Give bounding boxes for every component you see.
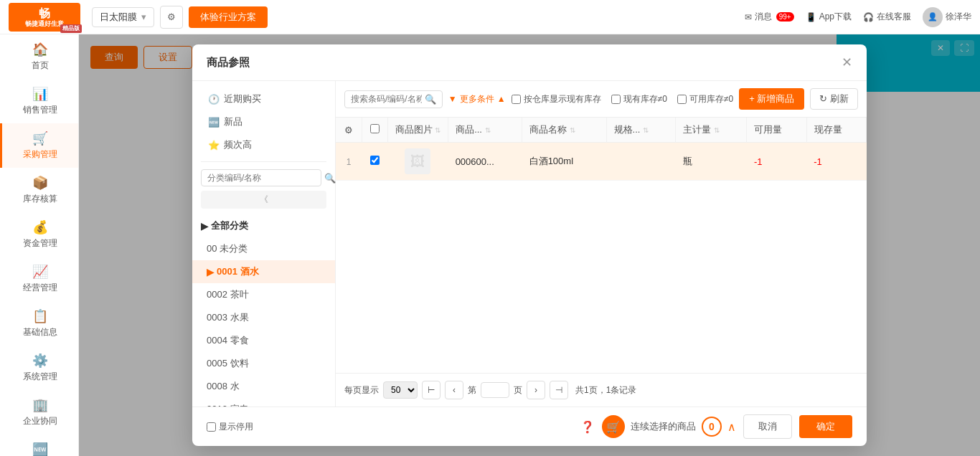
category-item-0010[interactable]: 0010 家电 bbox=[192, 398, 335, 407]
dropdown-arrow-icon: ▾ bbox=[141, 11, 146, 22]
per-page-select[interactable]: 50 bbox=[383, 381, 418, 399]
category-label-0005: 0005 饮料 bbox=[207, 357, 249, 370]
category-list: ▶ 全部分类 00 未分类 ▶ 0001 酒水 0002 茶 bbox=[192, 212, 335, 407]
show-disabled-label[interactable]: 显示停用 bbox=[207, 421, 253, 433]
category-label-0001: 0001 酒水 bbox=[217, 265, 259, 278]
help-icon[interactable]: ❓ bbox=[580, 420, 595, 434]
page-label: 第 bbox=[468, 384, 476, 396]
settings-button[interactable]: ⚙ bbox=[160, 6, 183, 29]
table-row[interactable]: 1 🖼 bbox=[336, 143, 867, 181]
modal-body: 🕐 近期购买 🆕 新品 ⭐ 频次高 bbox=[192, 81, 867, 407]
page-last-button[interactable]: ⊣ bbox=[550, 381, 568, 399]
checkbox-warehouse-label[interactable]: 按仓库显示现有库存 bbox=[512, 93, 601, 105]
recent-icon: 🕐 bbox=[208, 94, 220, 105]
sidebar-label-home: 首页 bbox=[32, 60, 49, 72]
message-button[interactable]: ✉ 消息 99+ bbox=[745, 11, 794, 23]
product-available: -1 bbox=[754, 156, 763, 167]
checkbox-warehouse[interactable] bbox=[512, 95, 521, 104]
col-name: 商品名称 ⇅ bbox=[522, 118, 606, 143]
sidebar-item-finance[interactable]: 💰 资金管理 bbox=[0, 212, 78, 257]
checkbox-stock[interactable] bbox=[611, 95, 621, 104]
modal-footer: 显示停用 ❓ 🛒 连续选择的商品 0 ∧ 取消 确定 bbox=[192, 407, 867, 446]
basic-icon: 📋 bbox=[32, 308, 48, 324]
user-menu[interactable]: 👤 徐泽华 bbox=[923, 7, 971, 27]
category-item-0002[interactable]: 0002 茶叶 bbox=[192, 283, 335, 306]
confirm-button[interactable]: 确定 bbox=[799, 415, 852, 438]
sales-icon: 📊 bbox=[32, 86, 48, 102]
company-selector[interactable]: 日太阳膜 ▾ bbox=[92, 7, 154, 27]
checkbox-available[interactable] bbox=[677, 95, 687, 104]
tab-recent-purchase[interactable]: 🕐 近期购买 bbox=[201, 88, 326, 110]
trial-button[interactable]: 体验行业方案 bbox=[189, 6, 268, 28]
operation-icon: 📈 bbox=[32, 264, 48, 280]
sidebar-item-basic[interactable]: 📋 基础信息 bbox=[0, 301, 78, 346]
checkbox-stock-label[interactable]: 现有库存≠0 bbox=[611, 93, 667, 105]
modal-close-button[interactable]: ✕ bbox=[842, 54, 852, 70]
service-button[interactable]: 🎧 在线客服 bbox=[863, 11, 911, 23]
collapse-button[interactable]: 《 bbox=[201, 191, 326, 209]
filter-button[interactable]: ▼ 更多条件 ▲ bbox=[448, 93, 506, 105]
sidebar-item-operation[interactable]: 📈 经营管理 bbox=[0, 257, 78, 301]
category-item-0003[interactable]: 0003 水果 bbox=[192, 306, 335, 329]
company-name: 日太阳膜 bbox=[100, 11, 137, 24]
expand-arrow-all: ▶ bbox=[201, 221, 208, 232]
row-check-cell bbox=[362, 143, 387, 181]
right-panel: 🔍 ▼ 更多条件 ▲ 按仓库显示现有库存 bbox=[336, 81, 867, 407]
refresh-button[interactable]: ↻ 刷新 bbox=[810, 88, 858, 110]
page-first-button[interactable]: ⊢ bbox=[422, 381, 440, 399]
row-code-cell: 000600... bbox=[448, 143, 522, 181]
sidebar-item-system[interactable]: ⚙️ 系统管理 bbox=[0, 346, 78, 390]
category-item-0008[interactable]: 0008 水 bbox=[192, 375, 335, 398]
freq-label: 频次高 bbox=[224, 138, 252, 151]
page-prev-button[interactable]: ‹ bbox=[445, 381, 463, 399]
col-check bbox=[362, 118, 387, 143]
cart-collapse-button[interactable]: ∧ bbox=[727, 420, 736, 434]
checkbox-available-text: 可用库存≠0 bbox=[689, 93, 733, 105]
app-download-button[interactable]: 📱 App下载 bbox=[806, 11, 852, 23]
sidebar-item-sales[interactable]: 📊 销售管理 bbox=[0, 79, 78, 123]
category-search-input[interactable] bbox=[201, 169, 321, 186]
username: 徐泽华 bbox=[946, 11, 971, 23]
show-disabled-checkbox[interactable] bbox=[207, 422, 216, 432]
product-code: 000600... bbox=[456, 156, 494, 167]
sidebar-item-guide[interactable]: 🆕 新手引导 bbox=[0, 434, 78, 456]
product-image: 🖼 bbox=[405, 148, 430, 174]
category-label-0004: 0004 零食 bbox=[207, 334, 249, 347]
sidebar-item-purchase[interactable]: 🛒 采购管理 bbox=[0, 123, 78, 168]
sidebar-item-enterprise[interactable]: 🏢 企业协同 bbox=[0, 390, 78, 434]
page-number-input[interactable]: 1 bbox=[481, 382, 509, 398]
product-unit: 瓶 bbox=[683, 156, 692, 166]
inventory-icon: 📦 bbox=[32, 175, 48, 191]
category-label-00: 00 未分类 bbox=[207, 242, 248, 255]
tab-freq-high[interactable]: ⭐ 频次高 bbox=[201, 134, 326, 156]
message-label: 消息 bbox=[755, 11, 772, 23]
cart-icon[interactable]: 🛒 bbox=[602, 415, 625, 438]
product-search-input[interactable] bbox=[351, 94, 422, 104]
category-item-all[interactable]: ▶ 全部分类 bbox=[192, 214, 335, 237]
add-product-button[interactable]: + 新增商品 bbox=[739, 88, 804, 110]
page-suffix-label: 页 bbox=[514, 384, 522, 396]
category-item-0005[interactable]: 0005 饮料 bbox=[192, 352, 335, 375]
category-search-icon[interactable]: 🔍 bbox=[324, 173, 336, 184]
main-layout: 🏠 首页 📊 销售管理 🛒 采购管理 📦 库存核算 💰 资金管理 📈 经营管理 … bbox=[0, 34, 980, 456]
checkbox-available-label[interactable]: 可用库存≠0 bbox=[677, 93, 733, 105]
page-next-button[interactable]: › bbox=[527, 381, 545, 399]
guide-icon: 🆕 bbox=[32, 442, 48, 456]
row-checkbox[interactable] bbox=[370, 156, 380, 165]
sidebar-item-home[interactable]: 🏠 首页 bbox=[0, 34, 78, 79]
col-unit: 主计量 ⇅ bbox=[676, 118, 747, 143]
tab-new-product[interactable]: 🆕 新品 bbox=[201, 111, 326, 133]
cancel-button[interactable]: 取消 bbox=[743, 414, 792, 439]
category-item-0001[interactable]: ▶ 0001 酒水 bbox=[192, 260, 335, 283]
gear-col-icon[interactable]: ⚙ bbox=[344, 125, 353, 136]
content-area: 查询 设置 ↻ 刷新 ✕ ⛶ 商品参照 ✕ bbox=[79, 34, 980, 456]
product-search-icon[interactable]: 🔍 bbox=[425, 94, 436, 105]
navbar-right: ✉ 消息 99+ 📱 App下载 🎧 在线客服 👤 徐泽华 bbox=[745, 7, 971, 27]
select-all-checkbox[interactable] bbox=[370, 124, 380, 133]
product-search-box: 🔍 bbox=[344, 90, 443, 108]
category-item-00[interactable]: 00 未分类 bbox=[192, 237, 335, 260]
row-name-cell: 白酒100ml bbox=[522, 143, 606, 181]
sidebar-item-inventory[interactable]: 📦 库存核算 bbox=[0, 168, 78, 212]
category-item-0004[interactable]: 0004 零食 bbox=[192, 329, 335, 352]
new-icon: 🆕 bbox=[208, 117, 220, 128]
